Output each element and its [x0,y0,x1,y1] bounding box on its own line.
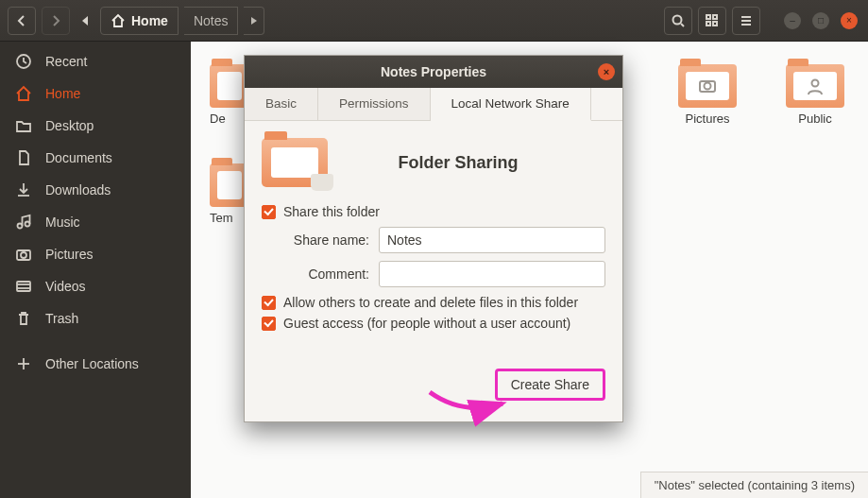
sidebar-item-label: Music [45,215,80,230]
share-name-label: Share name: [284,232,369,248]
home-icon [15,85,32,102]
window-close-button[interactable]: × [841,12,858,29]
camera-icon [15,246,32,263]
breadcrumb-notes[interactable]: Notes [184,7,239,35]
folder-label: De [210,112,226,126]
sidebar-item-videos[interactable]: Videos [0,270,191,302]
menu-icon [739,13,754,28]
maximize-icon: □ [818,15,824,26]
breadcrumb-expand[interactable] [244,7,264,35]
svg-marker-1 [251,17,257,25]
allow-others-label: Allow others to create and delete files … [283,295,578,310]
tab-label: Permissions [339,96,409,111]
tab-permissions[interactable]: Permissions [318,88,431,120]
svg-rect-17 [17,282,30,291]
dialog-actions: Create Share [262,369,605,401]
share-this-folder-row[interactable]: Share this folder [262,204,605,219]
search-button[interactable] [664,7,692,35]
music-icon [15,214,32,231]
sidebar-item-desktop[interactable]: Desktop [0,110,191,142]
download-icon [15,181,32,198]
triangle-right-icon [249,16,259,26]
window-maximize-button[interactable]: □ [812,12,829,29]
folder-item[interactable]: De [210,64,247,126]
dialog-heading: Folder Sharing [311,153,605,173]
sidebar-item-downloads[interactable]: Downloads [0,174,191,206]
folder-label: Tem [210,211,233,225]
folder-public[interactable]: Public [781,64,849,225]
sidebar: Recent Home Desktop Documents Downloads … [0,42,191,498]
chevron-right-icon [48,13,63,28]
sidebar-item-documents[interactable]: Documents [0,142,191,174]
person-icon [805,76,825,96]
svg-rect-5 [713,15,717,19]
view-mode-button[interactable] [698,7,726,35]
allow-others-checkbox[interactable] [262,296,276,310]
search-icon [671,13,686,28]
breadcrumb-home-label: Home [131,13,168,28]
folder-icon [15,117,32,134]
grid-icon [705,13,720,28]
hamburger-menu-button[interactable] [732,7,760,35]
dialog-tabs: Basic Permissions Local Network Share [245,88,622,121]
sidebar-item-other-locations[interactable]: Other Locations [0,348,191,380]
comment-input[interactable] [379,261,605,287]
folder-item[interactable]: Tem [210,163,247,225]
close-icon: × [846,15,852,26]
svg-rect-7 [713,22,717,26]
sidebar-item-label: Documents [45,150,112,165]
plus-icon [15,355,32,372]
tab-local-network-share[interactable]: Local Network Share [431,88,591,121]
folder-label: Public [798,112,831,126]
sidebar-item-label: Videos [45,279,86,294]
share-this-folder-checkbox[interactable] [262,205,276,219]
svg-rect-6 [706,22,710,26]
sidebar-item-trash[interactable]: Trash [0,302,191,335]
home-icon [111,13,126,28]
create-share-label: Create Share [511,377,589,392]
trash-icon [15,310,32,327]
folder-pictures[interactable]: Pictures [673,64,741,225]
sidebar-item-home[interactable]: Home [0,77,191,110]
svg-rect-4 [706,15,710,19]
nav-forward-button[interactable] [42,7,70,35]
guest-access-checkbox[interactable] [262,317,276,331]
dialog-body: Folder Sharing Share this folder Share n… [245,121,622,421]
guest-access-row[interactable]: Guest access (for people without a user … [262,316,605,331]
folder-label: Pictures [686,112,730,126]
triangle-left-icon [77,13,93,28]
breadcrumb-home[interactable]: Home [100,7,179,35]
document-icon [15,149,32,166]
chevron-left-icon [14,13,29,28]
properties-dialog: Notes Properties × Basic Permissions Loc… [244,55,623,422]
allow-others-row[interactable]: Allow others to create and delete files … [262,295,605,310]
comment-label: Comment: [284,266,369,282]
svg-line-3 [681,24,684,26]
sidebar-item-label: Recent [45,54,87,69]
window-minimize-button[interactable]: – [784,12,801,29]
dialog-title: Notes Properties [381,64,486,79]
dialog-titlebar[interactable]: Notes Properties × [245,56,622,88]
sidebar-item-label: Trash [45,311,78,326]
sidebar-item-music[interactable]: Music [0,206,191,238]
sidebar-item-label: Downloads [45,182,111,197]
status-bar: "Notes" selected (containing 3 items) [640,472,868,498]
share-this-folder-label: Share this folder [283,204,380,219]
clock-icon [15,53,32,70]
share-name-input[interactable] [379,227,605,253]
close-icon: × [604,67,609,77]
comment-row: Comment: [284,261,605,287]
status-text: "Notes" selected (containing 3 items) [655,478,855,492]
camera-icon [697,76,718,96]
sidebar-item-pictures[interactable]: Pictures [0,238,191,270]
sidebar-item-label: Desktop [45,118,94,133]
breadcrumb-notes-label: Notes [194,13,229,28]
create-share-button[interactable]: Create Share [495,369,605,401]
tab-basic[interactable]: Basic [245,88,318,120]
dialog-close-button[interactable]: × [598,63,615,80]
toolbar: Home Notes – □ × [0,0,868,42]
nav-back-button[interactable] [8,7,36,35]
sidebar-item-label: Home [45,86,80,101]
dialog-heading-row: Folder Sharing [262,138,605,187]
sidebar-item-recent[interactable]: Recent [0,45,191,77]
